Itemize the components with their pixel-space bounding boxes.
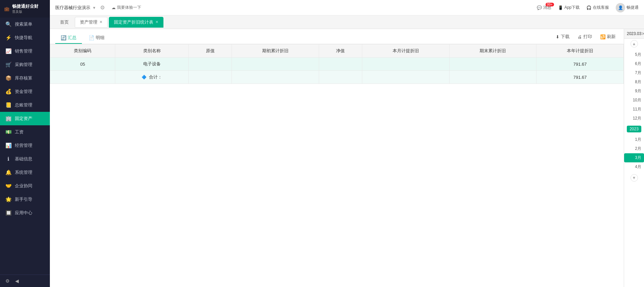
customer-service-button[interactable]: 🎧 在线客服 <box>586 5 609 10</box>
download-icon: ⬇ <box>556 34 559 39</box>
sidebar-icon-search: 🔍 <box>5 21 11 27</box>
sidebar-item-guide[interactable]: 🌟 新手引导 <box>0 193 50 206</box>
panel-close-icon[interactable]: ✕ <box>641 31 644 36</box>
subtotal-row: 🔷 合计： 791.67 <box>50 71 624 84</box>
print-button[interactable]: 🖨 打印 <box>575 32 595 41</box>
sidebar-icon-system: 🔔 <box>5 169 11 176</box>
scroll-up-button[interactable]: ▲ <box>624 39 644 49</box>
notification-badge: 99+ <box>546 3 554 6</box>
customer-service-label: 在线客服 <box>593 5 609 10</box>
content: 🔄 汇总 📄 明细 ⬇ 下载 🖨 打印 <box>50 29 624 287</box>
sidebar-icon-ledger: 📒 <box>5 102 11 108</box>
notification-icon: 💬 <box>537 5 542 10</box>
experience-button[interactable]: ☁ 我要体验一下 <box>112 5 141 10</box>
sidebar-item-system[interactable]: 🔔 系统管理 <box>0 166 50 179</box>
sidebar-label-system: 系统管理 <box>15 169 32 176</box>
sidebar-item-fund[interactable]: 💰 资金管理 <box>0 85 50 98</box>
experience-label: 我要体验一下 <box>117 5 141 10</box>
sidebar-item-app-center[interactable]: 🔲 应用中心 <box>0 206 50 220</box>
sidebar-item-search[interactable]: 🔍 搜索菜单 <box>0 18 50 31</box>
app-download-button[interactable]: 📱 App下载 <box>558 5 580 10</box>
month-7[interactable]: 7月 <box>624 68 644 77</box>
sidebar-label-inventory: 库存核算 <box>15 75 32 81</box>
col-initial-dep: 期初累计折旧 <box>232 44 319 58</box>
year-2023-months: 1月 2月 3月 4月 <box>624 134 644 173</box>
company-selector[interactable]: 医疗器械行业演示 ▼ <box>55 5 96 11</box>
sidebar-item-cooperation[interactable]: 🤝 企业协同 <box>0 179 50 193</box>
app-download-label: App下载 <box>564 5 580 10</box>
inner-tabs: 🔄 汇总 📄 明细 ⬇ 下载 🖨 打印 <box>50 29 624 44</box>
user-menu[interactable]: 👤 畅捷通 <box>616 3 639 12</box>
sidebar-item-quick-nav[interactable]: ⚡ 快捷导航 <box>0 31 50 44</box>
download-button[interactable]: ⬇ 下载 <box>553 32 572 41</box>
subtotal-annual-dep: 791.67 <box>536 71 624 84</box>
company-name: 医疗器械行业演示 <box>55 5 90 11</box>
sidebar-label-sales: 销售管理 <box>15 48 32 54</box>
sidebar-logo: 💼 畅捷通好业财 普及版 <box>0 0 50 18</box>
scroll-down-circle[interactable]: ▼ <box>631 174 638 182</box>
tab-asset-management[interactable]: 资产管理 ✕ <box>75 17 108 28</box>
cell-net-value <box>319 58 362 71</box>
month-8[interactable]: 8月 <box>624 77 644 87</box>
tab-home[interactable]: 首页 <box>55 17 73 27</box>
experience-cloud-icon: ☁ <box>112 5 116 10</box>
summary-icon: 🔄 <box>61 35 66 40</box>
tab-depreciation-close-icon[interactable]: ✕ <box>155 20 158 24</box>
sidebar: 💼 畅捷通好业财 普及版 🔍 搜索菜单 ⚡ 快捷导航 📈 销售管理 🛒 采购管理… <box>0 0 50 287</box>
tab-depreciation-table[interactable]: 固定资产折旧统计表 ✕ <box>109 17 163 28</box>
table-body: 05 电子设备 791.67 🔷 <box>50 58 624 84</box>
sidebar-item-operations[interactable]: 📊 经营管理 <box>0 139 50 152</box>
scroll-down-button[interactable]: ▼ <box>624 173 644 183</box>
sidebar-icon-inventory: 📦 <box>5 75 11 81</box>
month-6[interactable]: 6月 <box>624 59 644 68</box>
print-icon: 🖨 <box>578 34 582 39</box>
tab-detail[interactable]: 📄 明细 <box>83 32 110 44</box>
topbar-gear-icon[interactable]: ⚙ <box>100 4 105 11</box>
subtotal-text: 合计： <box>149 74 162 79</box>
refresh-label: 刷新 <box>607 34 616 40</box>
subtotal-name-cell: 🔷 合计： <box>115 71 189 84</box>
month-2023-1[interactable]: 1月 <box>624 135 644 144</box>
sidebar-item-basic-info[interactable]: ℹ 基础信息 <box>0 152 50 166</box>
month-12[interactable]: 12月 <box>624 114 644 123</box>
app-title: 畅捷通好业财 <box>12 3 38 9</box>
month-9[interactable]: 9月 <box>624 87 644 96</box>
sidebar-icon-sales: 📈 <box>5 48 11 54</box>
sidebar-label-ledger: 总账管理 <box>15 102 32 108</box>
col-end-dep: 期末累计折旧 <box>449 44 536 58</box>
cell-end-dep <box>449 58 536 71</box>
sidebar-item-payroll[interactable]: 💵 工资 <box>0 125 50 139</box>
sidebar-item-purchase[interactable]: 🛒 采购管理 <box>0 58 50 71</box>
download-label: 下载 <box>561 34 570 40</box>
sidebar-label-operations: 经营管理 <box>15 142 32 149</box>
app-subtitle: 普及版 <box>12 9 38 14</box>
month-2023-3[interactable]: 3月 <box>624 153 644 162</box>
sidebar-item-inventory[interactable]: 📦 库存核算 <box>0 71 50 85</box>
year-2023: 2023 <box>624 124 644 134</box>
sidebar-item-ledger[interactable]: 📒 总账管理 <box>0 98 50 112</box>
refresh-button[interactable]: 🔁 刷新 <box>597 32 618 41</box>
sidebar-label-fixed-assets: 固定资产 <box>15 116 32 122</box>
month-10[interactable]: 10月 <box>624 96 644 105</box>
year-2023-badge[interactable]: 2023 <box>627 126 641 132</box>
sidebar-icon-guide: 🌟 <box>5 196 11 202</box>
sidebar-label-fund: 资金管理 <box>15 89 32 95</box>
sidebar-icon-basic-info: ℹ <box>5 156 11 162</box>
settings-icon[interactable]: ⚙ <box>5 278 10 284</box>
topbar-right: 💬 消息 99+ 📱 App下载 🎧 在线客服 👤 畅捷通 <box>537 3 639 12</box>
collapse-icon[interactable]: ◀ <box>15 278 19 284</box>
month-11[interactable]: 11月 <box>624 105 644 114</box>
scroll-up-circle[interactable]: ▲ <box>631 40 638 47</box>
depreciation-table: 类别编码 类别名称 原值 期初累计折旧 净值 本月计提折旧 期末累计折旧 本年计… <box>50 44 624 84</box>
table-wrap: 类别编码 类别名称 原值 期初累计折旧 净值 本月计提折旧 期末累计折旧 本年计… <box>50 44 624 287</box>
tab-asset-close-icon[interactable]: ✕ <box>99 20 102 24</box>
sidebar-item-sales[interactable]: 📈 销售管理 <box>0 44 50 58</box>
tab-summary[interactable]: 🔄 汇总 <box>55 32 82 44</box>
month-5[interactable]: 5月 <box>624 50 644 59</box>
col-name: 类别名称 <box>115 44 189 58</box>
month-2023-2[interactable]: 2月 <box>624 144 644 153</box>
topbar: 医疗器械行业演示 ▼ ⚙ ☁ 我要体验一下 💬 消息 99+ 📱 App下载 🎧… <box>50 0 644 15</box>
month-2023-4[interactable]: 4月 <box>624 162 644 171</box>
notification-button[interactable]: 💬 消息 99+ <box>537 5 551 10</box>
sidebar-item-fixed-assets[interactable]: 🏢 固定资产 <box>0 112 50 125</box>
